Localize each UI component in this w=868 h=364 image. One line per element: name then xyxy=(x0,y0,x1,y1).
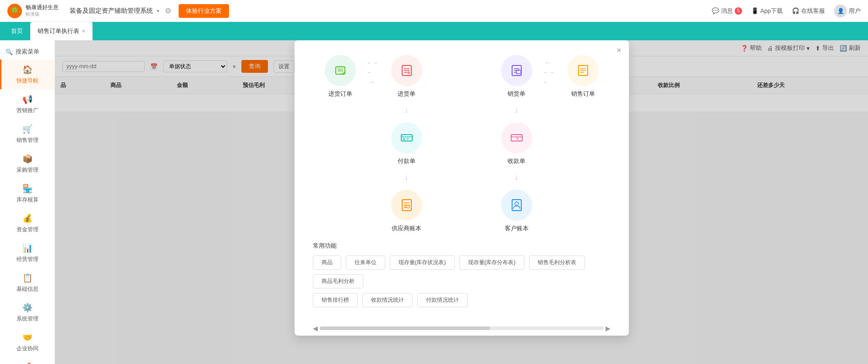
common-btn-sales-rank[interactable]: 销售排行榜 xyxy=(313,293,358,307)
sidebar-item-sales[interactable]: 🛒 销售管理 xyxy=(0,119,55,149)
logo-area: 🍀 畅康通好生意 标准版 xyxy=(7,4,62,18)
svg-rect-29 xyxy=(512,200,521,211)
purchase-icon: 📦 xyxy=(22,153,33,164)
app-download-button[interactable]: 📱 App下载 xyxy=(751,7,783,15)
purchase-bill-icon xyxy=(391,55,422,86)
common-section: 常用功能 商品 往来单位 现存量(库存状况表) 现存量(库存分布表) 销售毛利分… xyxy=(295,242,629,321)
scroll-right-icon[interactable]: ▶ xyxy=(606,325,611,332)
search-menu-button[interactable]: 🔍 搜索菜单 xyxy=(0,44,55,60)
sidebar-label-marketing: 营销推广 xyxy=(16,107,38,114)
inventory-icon: 🏪 xyxy=(22,183,33,194)
sidebar-item-marketing[interactable]: 📢 营销推广 xyxy=(0,89,55,119)
sidebar-item-quick-nav[interactable]: 🏠 快捷导航 xyxy=(0,60,55,89)
sidebar-item-system[interactable]: ⚙️ 系统管理 xyxy=(0,298,55,327)
sidebar-item-finance[interactable]: 💰 资金管理 xyxy=(0,208,55,238)
receipt-icon: ￥ xyxy=(501,122,532,153)
trial-button[interactable]: 体验行业方案 xyxy=(179,4,229,18)
purchase-order-icon xyxy=(325,55,356,86)
customer-account-icon xyxy=(501,190,532,221)
sidebar-label-inventory: 库存核算 xyxy=(16,196,38,204)
arrow-2: ← - - - xyxy=(544,58,556,98)
scrollbar-track[interactable] xyxy=(320,326,604,330)
message-label: 消息 xyxy=(721,7,733,15)
common-btn-stock-status[interactable]: 现存量(库存状况表) xyxy=(390,255,455,270)
search-menu-label: 搜索菜单 xyxy=(16,48,39,56)
sidebar-item-basic[interactable]: 📋 基础信息 xyxy=(0,268,55,298)
payment-label: 付款单 xyxy=(398,157,415,165)
sales-order-icon xyxy=(568,55,599,86)
common-btn-stock-dist[interactable]: 现存量(库存分布表) xyxy=(459,255,524,270)
sidebar-item-inventory[interactable]: 🏪 库存核算 xyxy=(0,179,55,208)
flow-node-sales-bill[interactable]: 销货单 xyxy=(489,55,544,98)
marketing-icon: 📢 xyxy=(22,94,33,105)
online-service-label: 在线客服 xyxy=(801,7,825,15)
flow-section: 进货订单 - - - → 进货单 xyxy=(295,40,629,242)
system-icon: ⚙️ xyxy=(22,302,33,313)
tab-active-label: 销售订单执行表 xyxy=(38,27,79,35)
flow-node-payment[interactable]: ¥ 付款单 xyxy=(379,122,434,165)
tab-sales-order-execution[interactable]: 销售订单执行表 × xyxy=(30,22,93,40)
sidebar-item-operations[interactable]: 📊 经营管理 xyxy=(0,238,55,268)
sidebar-label-corp: 企业协同 xyxy=(16,345,38,353)
common-section-title: 常用功能 xyxy=(313,242,611,250)
sales-icon: 🛒 xyxy=(22,124,33,135)
down-arrow-sales: ↓ xyxy=(489,105,544,115)
flow-node-receipt[interactable]: ￥ 收款单 xyxy=(489,122,544,165)
main-layout: 🔍 搜索菜单 🏠 快捷导航 📢 营销推广 🛒 销售管理 📦 采购管理 🏪 库存核… xyxy=(0,40,868,364)
purchase-bill-label: 进货单 xyxy=(398,90,415,98)
flow-row-3: 供应商账本 客户账本 xyxy=(313,190,611,233)
gear-icon[interactable]: ⚙ xyxy=(165,6,171,15)
sidebar-label-purchase: 采购管理 xyxy=(16,166,38,174)
service-icon: 🎧 xyxy=(792,7,799,14)
scroll-left-icon[interactable]: ◀ xyxy=(313,325,318,332)
sidebar-item-corp[interactable]: 🤝 企业协同 xyxy=(0,327,55,357)
svg-text:¥: ¥ xyxy=(406,137,409,141)
common-btn-product[interactable]: 商品 xyxy=(313,255,341,270)
sales-order-label: 销售订单 xyxy=(571,90,595,98)
common-btn-payment-stats[interactable]: 付款情况统计 xyxy=(417,293,468,307)
flow-row-2: ¥ 付款单 ￥ 收款单 xyxy=(313,122,611,165)
common-btn-product-margin[interactable]: 商品毛利分析 xyxy=(313,274,363,288)
common-btn-sales-margin[interactable]: 销售毛利分析表 xyxy=(529,255,585,270)
svg-point-19 xyxy=(403,138,405,140)
sidebar-label-sales: 销售管理 xyxy=(16,136,38,144)
tab-close-icon[interactable]: × xyxy=(82,28,85,34)
search-icon: 🔍 xyxy=(5,49,13,55)
sidebar-label-finance: 资金管理 xyxy=(16,226,38,234)
modal-close-button[interactable]: × xyxy=(617,46,622,55)
modal-overlay: × 进货订单 - - - → xyxy=(55,40,868,364)
sidebar-item-newbie[interactable]: 📌 新手引导 xyxy=(0,357,55,364)
down-arrows-row-2: ↓ ↓ xyxy=(313,173,611,182)
receipt-label: 收款单 xyxy=(508,157,525,165)
message-button[interactable]: 💬 消息 5 xyxy=(712,7,742,15)
sidebar-item-purchase[interactable]: 📦 采购管理 xyxy=(0,149,55,179)
sidebar-label-quick-nav: 快捷导航 xyxy=(16,77,38,85)
svg-text:￥: ￥ xyxy=(515,136,519,141)
user-name: 用户 xyxy=(849,7,861,15)
arrow-1: - - - → xyxy=(368,58,379,98)
tab-home[interactable]: 首页 xyxy=(4,22,30,40)
common-btn-receipt-stats[interactable]: 收款情况统计 xyxy=(362,293,413,307)
newbie-icon: 📌 xyxy=(22,362,33,364)
logo-icon: 🍀 xyxy=(7,4,22,18)
flow-node-supplier-account[interactable]: 供应商账本 xyxy=(379,190,434,233)
common-btn-contacts[interactable]: 往来单位 xyxy=(346,255,385,270)
common-buttons-row-1: 商品 往来单位 现存量(库存状况表) 现存量(库存分布表) 销售毛利分析表 商品… xyxy=(313,255,611,288)
supplier-account-label: 供应商账本 xyxy=(392,224,421,233)
tab-home-label: 首页 xyxy=(11,27,23,35)
sales-bill-icon xyxy=(501,55,532,86)
flow-node-purchase-bill[interactable]: 进货单 xyxy=(379,55,434,98)
user-area[interactable]: 👤 用户 xyxy=(834,5,861,17)
common-buttons-row-2: 销售排行榜 收款情况统计 付款情况统计 xyxy=(313,293,611,307)
flow-node-purchase-order[interactable]: 进货订单 xyxy=(313,55,368,98)
basic-icon: 📋 xyxy=(22,272,33,283)
flow-node-customer-account[interactable]: 客户账本 xyxy=(489,190,544,233)
modal-scrollbar: ◀ ▶ xyxy=(295,321,629,336)
message-icon: 💬 xyxy=(712,7,719,14)
system-dropdown-icon[interactable]: ▾ xyxy=(157,8,159,14)
scrollbar-thumb xyxy=(320,326,490,330)
operations-icon: 📊 xyxy=(22,243,33,254)
flow-node-sales-order[interactable]: 销售订单 xyxy=(556,55,611,98)
system-title-area: 装备及固定资产辅助管理系统 ▾ ⚙ 体验行业方案 xyxy=(70,4,712,18)
online-service-button[interactable]: 🎧 在线客服 xyxy=(792,7,825,15)
